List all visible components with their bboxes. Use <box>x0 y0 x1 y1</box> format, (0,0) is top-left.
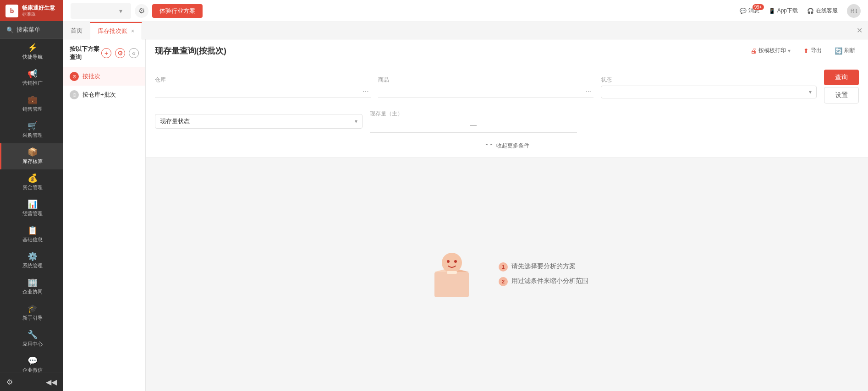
inventory-amount-from[interactable] <box>370 123 467 130</box>
topbar-search-wrap[interactable]: ▾ <box>71 3 131 19</box>
inventory-amount-to[interactable] <box>479 123 577 130</box>
online-service-label: 在线客服 <box>816 7 838 15</box>
batch-account-label: 库存批次账 <box>98 27 127 35</box>
search-menu-item[interactable]: 🔍 搜索菜单 <box>0 21 63 39</box>
settings-footer-icon[interactable]: ⚙ <box>6 378 13 386</box>
search-icon: 🔍 <box>6 27 14 33</box>
sidebar-item-apps[interactable]: 🔧 应用中心 <box>0 326 63 352</box>
print-label: 按模板打印 <box>758 47 786 54</box>
sidebar-title-wrap: 畅康通好生意 标准版 <box>22 5 55 17</box>
sidebar-item-wechat[interactable]: 💬 企业微信 <box>0 352 63 373</box>
warehouse-field: 仓库 ··· <box>155 76 371 98</box>
empty-svg <box>425 247 480 302</box>
messages-badge: 99+ <box>753 4 764 10</box>
sidebar-item-enterprise[interactable]: 🏢 企业协同 <box>0 274 63 300</box>
collapse-sidebar-icon[interactable]: ◀◀ <box>46 378 57 386</box>
sales-label: 销售管理 <box>22 106 43 113</box>
filter-settings-btn[interactable]: ⚙ <box>115 48 125 58</box>
message-icon: 💬 <box>740 8 747 14</box>
warehouse-input[interactable] <box>155 88 358 95</box>
print-btn[interactable]: 🖨 按模板打印 ▾ <box>747 45 794 56</box>
home-tab-label: 首页 <box>71 27 82 35</box>
topbar-settings-btn[interactable]: ⚙ <box>135 4 148 18</box>
system-icon: ⚙️ <box>27 252 38 261</box>
sidebar-item-marketing[interactable]: 📢 营销推广 <box>0 65 63 91</box>
warehouse-dots-btn[interactable]: ··· <box>361 87 370 96</box>
svg-point-4 <box>447 260 450 263</box>
topbar-search-input[interactable] <box>75 8 112 14</box>
svg-point-5 <box>454 260 457 263</box>
settings-btn[interactable]: 设置 <box>824 87 859 103</box>
filter-item-warehouse-label: 按仓库+批次 <box>82 91 116 99</box>
status-label: 状态 <box>601 76 817 84</box>
sidebar-item-inventory[interactable]: 📦 库存核算 <box>0 143 63 169</box>
empty-illustration <box>425 247 480 302</box>
tip-number-1: 1 <box>499 262 508 272</box>
online-service-btn[interactable]: 🎧 在线客服 <box>807 7 838 15</box>
topbar-left: ▾ ⚙ 体验行业方案 <box>71 3 734 19</box>
sidebar-item-operations[interactable]: 📊 经营管理 <box>0 196 63 222</box>
print-dropdown-icon[interactable]: ▾ <box>788 48 791 54</box>
wechat-icon: 💬 <box>27 357 38 365</box>
app-download-icon: 📱 <box>769 8 775 14</box>
product-dots-btn[interactable]: ··· <box>584 87 593 96</box>
filter-item-warehouse-batch[interactable]: ⊙ 按仓库+批次 <box>63 86 145 104</box>
filter-panel: 按以下方案查询 + ⚙ « ⊙ 按批次 ⊙ 按仓库+批次 <box>63 39 146 391</box>
user-profile-btn[interactable]: Rit <box>847 4 861 18</box>
tab-batch-account[interactable]: 库存批次账 × <box>90 22 142 39</box>
operations-label: 经营管理 <box>22 210 43 217</box>
sidebar-item-system[interactable]: ⚙️ 系统管理 <box>0 248 63 274</box>
sidebar-item-sales[interactable]: 💼 销售管理 <box>0 91 63 117</box>
collapse-filter-btn[interactable]: « <box>129 48 139 58</box>
product-field: 商品 ··· <box>378 76 594 98</box>
query-btn[interactable]: 查询 <box>824 70 859 85</box>
add-filter-btn[interactable]: + <box>101 48 111 58</box>
main-area: ▾ ⚙ 体验行业方案 💬 消息 99+ 📱 App下载 🎧 在线客服 <box>63 0 868 391</box>
collapse-more-btn[interactable]: ⌃⌃ 收起更多条件 <box>155 138 859 150</box>
sidebar-item-finance[interactable]: 💰 资金管理 <box>0 169 63 196</box>
status-chevron-icon: ▾ <box>809 89 812 95</box>
export-btn[interactable]: ⬆ 导出 <box>800 45 825 56</box>
main-close-btn[interactable]: ✕ <box>857 26 863 35</box>
query-row-2: 现存量状态 ▾ 现存量（主） — <box>155 110 859 133</box>
messages-btn[interactable]: 💬 消息 99+ <box>740 7 759 15</box>
status-field: 状态 ▾ <box>601 76 817 98</box>
inventory-label: 库存核算 <box>22 158 43 165</box>
filter-item-batch[interactable]: ⊙ 按批次 <box>63 67 145 86</box>
sidebar-item-shortcuts[interactable]: ⚡ 快捷导航 <box>0 39 63 65</box>
content-header: 现存量查询(按批次) 🖨 按模板打印 ▾ ⬆ 导出 🔄 刷新 <box>146 39 868 62</box>
page-title: 现存量查询(按批次) <box>155 45 226 56</box>
sidebar-item-basic[interactable]: 📋 基础信息 <box>0 222 63 248</box>
inventory-amount-field: 现存量（主） — <box>370 110 577 133</box>
tab-home[interactable]: 首页 <box>63 22 90 39</box>
topbar-dropdown-btn[interactable]: ▾ <box>115 5 126 17</box>
marketing-label: 营销推广 <box>22 80 43 87</box>
inventory-status-select[interactable]: 现存量状态 ▾ <box>155 114 363 129</box>
trial-btn[interactable]: 体验行业方案 <box>152 4 203 18</box>
basic-label: 基础信息 <box>22 236 43 243</box>
guide-label: 新手引导 <box>22 315 43 321</box>
refresh-label: 刷新 <box>844 47 855 54</box>
warehouse-input-wrap: ··· <box>155 86 371 98</box>
apps-label: 应用中心 <box>22 341 43 348</box>
sidebar-item-purchase[interactable]: 🛒 采购管理 <box>0 117 63 143</box>
query-row-1: 仓库 ··· 商品 ··· 状态 <box>155 70 859 104</box>
guide-icon: 🎓 <box>27 304 38 313</box>
product-input[interactable] <box>378 88 581 95</box>
status-select[interactable]: ▾ <box>601 86 817 98</box>
tip-number-2: 2 <box>499 277 508 286</box>
tab-close-btn[interactable]: × <box>131 28 134 34</box>
export-label: 导出 <box>811 47 822 54</box>
sidebar-item-guide[interactable]: 🎓 新手引导 <box>0 300 63 326</box>
tip-2: 2 用过滤条件来缩小分析范围 <box>499 277 588 286</box>
app-download-label: App下载 <box>777 7 798 15</box>
filter-panel-title: 按以下方案查询 <box>70 45 101 61</box>
inventory-status-chevron: ▾ <box>355 118 357 125</box>
enterprise-icon: 🏢 <box>27 278 38 287</box>
wechat-label: 企业微信 <box>22 367 43 373</box>
app-download-btn[interactable]: 📱 App下载 <box>769 7 798 15</box>
refresh-btn[interactable]: 🔄 刷新 <box>831 45 859 56</box>
purchase-icon: 🛒 <box>27 122 38 130</box>
user-name: Rit <box>851 8 857 14</box>
inventory-amount-wrap: — <box>370 119 577 133</box>
